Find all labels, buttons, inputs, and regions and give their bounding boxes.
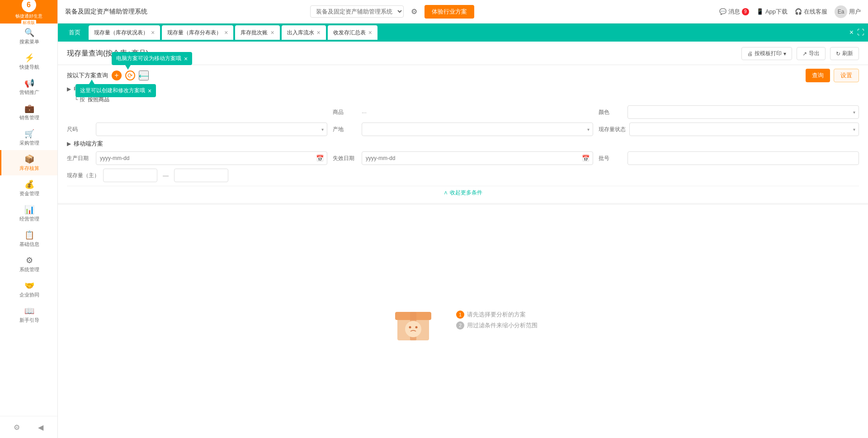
app-logo-icon: 6: [22, 0, 36, 12]
refresh-icon: ↻: [836, 51, 840, 57]
production-date-label: 生产日期: [67, 155, 92, 162]
tab-summary-close[interactable]: ×: [368, 29, 372, 36]
origin-select[interactable]: [362, 122, 593, 136]
filter-row-2: 尺码 ▾ 产地 ▾ 现存量状态: [67, 122, 859, 136]
filter-add-button[interactable]: +: [112, 71, 122, 80]
tab-close-all-icon[interactable]: ×: [849, 28, 854, 37]
industry-plan-button[interactable]: 体验行业方案: [425, 5, 474, 19]
sidebar-item-search[interactable]: 🔍 搜索菜单: [0, 24, 57, 49]
size-select[interactable]: [96, 122, 327, 136]
empty-box-svg: [388, 293, 438, 343]
tab-expand-icon[interactable]: ⛶: [857, 28, 864, 37]
user-avatar: Ea: [835, 5, 847, 18]
sidebar-item-quicknav[interactable]: ⚡ 快捷导航: [0, 49, 57, 74]
sidebar-item-finance[interactable]: 💰 资金管理: [0, 175, 57, 201]
tab-inventory-distribution-close[interactable]: ×: [224, 29, 228, 36]
tab-inventory-status[interactable]: 现存量（库存状况表） ×: [89, 25, 160, 40]
tab-inout-flow-close[interactable]: ×: [317, 29, 321, 36]
tab-home[interactable]: 首页: [61, 24, 88, 42]
sidebar-item-sales[interactable]: 💼 销售管理: [0, 99, 57, 125]
refresh-button[interactable]: ↻ 刷新: [830, 47, 859, 60]
filter-field-warehouse: [67, 105, 327, 119]
finance-icon: 💰: [24, 179, 34, 189]
tab-batch-ledger[interactable]: 库存批次账 ×: [235, 25, 279, 40]
sidebar-settings-btn[interactable]: ⚙: [10, 421, 23, 433]
filter-header: 按以下方案查询 + ⟳ 电脑方案可设为移动方案哦 × ⟵: [67, 71, 859, 80]
sidebar-item-basic-info[interactable]: 📋 基础信息: [0, 226, 57, 251]
filter-edit-button[interactable]: ⟳: [125, 71, 135, 80]
system-name: 装备及固定资产辅助管理系统: [65, 8, 310, 16]
brand-name: 畅捷通好生意: [15, 13, 42, 19]
status-select-wrap: ▾: [629, 122, 859, 136]
app-download-icon: 📱: [756, 8, 764, 15]
sidebar-item-guide[interactable]: 📖 新手引导: [0, 302, 57, 327]
tab-summary[interactable]: 收发存汇总表 ×: [328, 25, 377, 40]
message-btn[interactable]: 💬 消息 9: [719, 8, 749, 16]
enterprise-icon: 🤝: [24, 281, 34, 291]
tooltip-scheme-close[interactable]: ×: [184, 55, 188, 62]
app-download-btn[interactable]: 📱 App下载: [756, 8, 788, 16]
reset-button[interactable]: 设置: [834, 69, 859, 82]
filter-label: 按以下方案查询: [67, 71, 108, 80]
filter-arrow-button[interactable]: ⟵: [139, 71, 149, 80]
sidebar-logo: 6 畅捷通好生意 标准版: [0, 0, 57, 24]
sidebar-collapse-btn[interactable]: ◀: [34, 421, 47, 433]
print-template-button[interactable]: 🖨 按模板打印 ▾: [741, 47, 792, 60]
page-header-actions: 🖨 按模板打印 ▾ ↗ 导出 ↻ 刷新: [741, 47, 859, 60]
filter-field-product: 商品 ···: [333, 105, 593, 119]
tab-inventory-distribution[interactable]: 现存量（库存分布表） ×: [162, 25, 233, 40]
expiry-date-start[interactable]: [362, 151, 593, 165]
sidebar-nav: 🔍 搜索菜单 ⚡ 快捷导航 📢 营销推广 💼 销售管理 🛒 采购管理 📦 库存核…: [0, 24, 57, 416]
message-badge: 9: [742, 8, 749, 15]
message-icon: 💬: [719, 8, 726, 15]
color-select[interactable]: [627, 105, 859, 119]
tooltip-scheme-text: 电脑方案可设为移动方案哦: [116, 55, 181, 62]
tooltip-create-close[interactable]: ×: [148, 87, 151, 94]
sidebar-item-purchase[interactable]: 🛒 采购管理: [0, 125, 57, 150]
operations-icon: 📊: [24, 205, 34, 215]
batch-label: 批号: [599, 155, 624, 162]
search-button[interactable]: 查询: [806, 69, 830, 82]
header-settings-icon[interactable]: ⚙: [411, 7, 417, 16]
collapse-up-icon: ∧: [443, 189, 448, 196]
sidebar: 6 畅捷通好生意 标准版 🔍 搜索菜单 ⚡ 快捷导航 📢 营销推广 💼 销售管理…: [0, 0, 58, 438]
sidebar-item-inventory-label: 库存核算: [19, 165, 39, 172]
tab-inout-flow[interactable]: 出入库流水 ×: [282, 25, 326, 40]
sidebar-item-inventory[interactable]: 📦 库存核算: [0, 150, 57, 175]
main-content: 装备及固定资产辅助管理系统 装备及固定资产辅助管理系统 ⚙ 体验行业方案 💬 消…: [58, 0, 868, 438]
user-area[interactable]: Ea 用户: [835, 5, 861, 18]
production-date-start[interactable]: [96, 151, 327, 165]
header-right: 💬 消息 9 📱 App下载 🎧 在线客服 Ea 用户: [719, 5, 861, 18]
stock-qty-min[interactable]: [103, 169, 157, 182]
empty-state: 1 请先选择要分析的方案 2 用过滤条件来缩小分析范围: [58, 205, 868, 438]
system-selector[interactable]: 装备及固定资产辅助管理系统: [310, 5, 404, 18]
empty-steps-list: 1 请先选择要分析的方案 2 用过滤条件来缩小分析范围: [456, 311, 538, 332]
filter-field-status: 现存量状态 ▾: [599, 122, 859, 136]
size-select-wrap: ▾: [96, 122, 327, 136]
expiry-date-label: 失效日期: [333, 155, 358, 162]
tab-inventory-status-close[interactable]: ×: [151, 29, 155, 36]
scheme-mobile-arrow[interactable]: ▶: [67, 141, 71, 147]
sidebar-item-marketing[interactable]: 📢 营销推广: [0, 74, 57, 99]
filter-area: 按以下方案查询 + ⟳ 电脑方案可设为移动方案哦 × ⟵: [58, 65, 868, 203]
tab-inout-flow-label: 出入库流水: [287, 29, 314, 37]
scheme-mobile-label[interactable]: 移动端方案: [74, 140, 103, 148]
svg-point-5: [415, 326, 418, 329]
origin-select-wrap: ▾: [362, 122, 593, 136]
sidebar-item-operations[interactable]: 📊 经营管理: [0, 201, 57, 226]
collapse-more-btn[interactable]: ∧ 收起更多条件: [67, 186, 859, 199]
online-service-btn[interactable]: 🎧 在线客服: [795, 8, 827, 16]
refresh-label: 刷新: [842, 50, 853, 57]
export-button[interactable]: ↗ 导出: [797, 47, 826, 60]
batch-input[interactable]: [627, 151, 859, 165]
filter-row-top: 商品 ··· 颜色 ▾: [67, 105, 859, 119]
filter-field-production-date: 生产日期 📅: [67, 151, 327, 165]
tab-inventory-status-label: 现存量（库存状况表）: [94, 29, 148, 37]
sidebar-item-system[interactable]: ⚙ 系统管理: [0, 251, 57, 277]
tab-batch-ledger-close[interactable]: ×: [270, 29, 274, 36]
scheme-desktop-arrow[interactable]: ▶: [67, 86, 71, 92]
stock-qty-max[interactable]: [174, 169, 228, 182]
product-dots[interactable]: ···: [362, 109, 367, 116]
status-select[interactable]: [629, 122, 859, 136]
sidebar-item-enterprise[interactable]: 🤝 企业协同: [0, 277, 57, 302]
